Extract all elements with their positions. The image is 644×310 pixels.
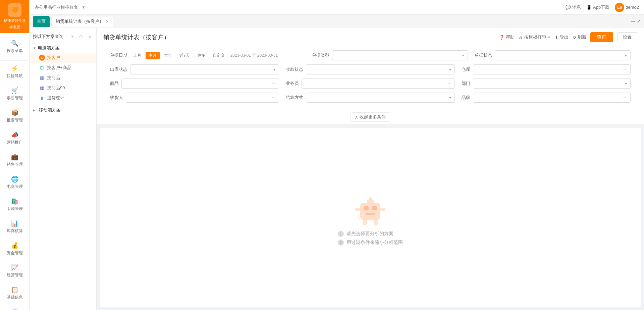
sidebar-item-purchase[interactable]: 🛍️ 采购管理 xyxy=(0,194,29,216)
scheme-item-label-by-goods: 按商品 xyxy=(47,75,60,81)
page-title: 销货单统计表（按客户） xyxy=(103,33,170,41)
doc-type-label: 单据类型 xyxy=(312,52,329,58)
scheme-item-label-by-goods-99: 按商品99 xyxy=(47,85,65,91)
doc-type-dropdown-icon: ▼ xyxy=(462,54,465,57)
mobile-group-header[interactable]: ▶ 移动端方案 xyxy=(33,105,93,115)
svg-rect-0 xyxy=(360,203,380,220)
edit-scheme-button[interactable]: ⊙ xyxy=(77,33,84,40)
logo-area: 🧡 畅捷通好生意 标准版 xyxy=(0,0,29,33)
collapse-scheme-button[interactable]: « xyxy=(86,33,93,40)
tab-home[interactable]: 首页 xyxy=(33,16,50,27)
sidebar-label-operation: 经营管理 xyxy=(7,272,23,278)
receipt-status-input[interactable]: ▼ xyxy=(306,64,455,74)
out-status-input[interactable]: ▼ xyxy=(130,64,279,74)
scheme-item-by-customer[interactable]: ● 按客户 xyxy=(30,53,96,63)
maximize-icon: ⤢ xyxy=(637,19,641,24)
purchase-icon: 🛍️ xyxy=(11,198,18,205)
scheme-item-customer-goods[interactable]: ⊞ 按客户+商品 xyxy=(30,63,96,73)
doc-status-input[interactable]: ▼ xyxy=(495,50,631,60)
goods-ellipsis-icon: ··· xyxy=(272,81,276,87)
warehouse-input[interactable]: ··· xyxy=(473,64,631,74)
date-tab-this-year[interactable]: 本年 xyxy=(161,52,175,59)
sidebar-item-basic[interactable]: 📋 基础信息 xyxy=(0,282,29,304)
tip-num-2: 2 xyxy=(338,240,344,246)
sidebar-item-retail[interactable]: 🛒 零售管理 xyxy=(0,83,29,105)
goods-input[interactable]: ··· xyxy=(121,79,279,89)
sidebar-item-shortcut[interactable]: ⚡ 快捷导航 xyxy=(0,61,29,83)
sidebar-search-label: 搜索菜单 xyxy=(7,48,23,54)
app-subtitle: 标准版 xyxy=(9,24,20,30)
sidebar-label-purchase: 采购管理 xyxy=(7,206,23,212)
receiver-label: 收货人 xyxy=(110,95,123,101)
scheme-item-icon-active: ● xyxy=(39,55,45,61)
sidebar-item-sales[interactable]: 💼 销售管理 xyxy=(0,149,29,171)
scheme-item-by-goods[interactable]: ▦ 按商品 xyxy=(30,73,96,83)
scheme-item-by-goods-99[interactable]: ▦ 按商品99 xyxy=(30,83,96,93)
doc-status-dropdown-icon: ▼ xyxy=(624,54,628,57)
date-range-display: 2023-03-01 至 2023-03-31 xyxy=(230,53,278,58)
svg-rect-8 xyxy=(363,219,367,225)
sidebar: 🧡 畅捷通好生意 标准版 🔍 搜索菜单 ⚡ 快捷导航 🛒 零售管理 📦 批发管理… xyxy=(0,0,30,310)
settle-method-input[interactable]: ▼ xyxy=(306,93,455,103)
sidebar-item-system[interactable]: ⚙️ 系统管理 xyxy=(0,304,29,310)
refresh-icon: ↺ xyxy=(573,35,576,40)
tab-close-icon[interactable]: ✕ xyxy=(106,19,109,24)
message-button[interactable]: 💬 消息 xyxy=(566,4,581,10)
empty-tip-1: 1 请先选择要分析的方案 xyxy=(338,231,403,237)
date-tab-last-month[interactable]: 上月 xyxy=(130,52,144,59)
dept-input[interactable]: ▼ xyxy=(473,79,631,89)
svg-rect-6 xyxy=(355,208,360,211)
doc-type-input[interactable]: ▼ xyxy=(332,50,468,60)
svg-rect-2 xyxy=(372,206,377,210)
sidebar-item-finance[interactable]: 💰 资金管理 xyxy=(0,238,29,260)
sidebar-item-search[interactable]: 🔍 搜索菜单 xyxy=(2,36,28,58)
scheme-item-return-stat[interactable]: ▮ 退货统计 xyxy=(30,93,96,103)
export-label: 导出 xyxy=(560,34,569,40)
refresh-button[interactable]: ↺ 刷新 xyxy=(573,34,586,40)
sidebar-item-marketing[interactable]: 📣 营销推广 xyxy=(0,127,29,149)
tab-sales-stat[interactable]: 销货单统计表（按客户） ✕ xyxy=(51,16,113,27)
sidebar-label-sales: 销售管理 xyxy=(7,162,23,167)
template-print-label: 按模板打印 xyxy=(524,34,546,40)
help-button[interactable]: ❓ 帮助 xyxy=(499,34,515,40)
brand-input[interactable]: ··· xyxy=(473,93,631,103)
desktop-group-header[interactable]: ▼ 电脑端方案 xyxy=(30,43,96,53)
out-status-label: 出库状态 xyxy=(110,66,127,72)
sidebar-item-wholesale[interactable]: 📦 批发管理 xyxy=(0,105,29,127)
sidebar-search-area: 🔍 搜索菜单 xyxy=(0,33,29,61)
receiver-input[interactable]: ··· xyxy=(126,93,279,103)
avatar: Ea xyxy=(615,3,624,12)
collapse-conditions-button[interactable]: ∧ 收起更多条件 xyxy=(351,112,390,122)
operation-icon: 📈 xyxy=(11,264,18,271)
date-tab-custom[interactable]: 自定义 xyxy=(210,52,228,59)
scheme-panel-title: 按以下方案查询 xyxy=(33,34,63,40)
app-download-button[interactable]: 📱 App下载 xyxy=(586,4,609,10)
export-icon: ⬇ xyxy=(555,35,558,40)
svg-point-5 xyxy=(369,197,372,201)
staff-input[interactable]: ··· xyxy=(302,79,455,89)
date-label: 单据日期 xyxy=(110,52,127,58)
sidebar-item-ecom[interactable]: 🌐 电商管理 xyxy=(0,171,29,194)
template-print-button[interactable]: 🖨 按模板打印 ▼ xyxy=(519,34,551,40)
brand-label: 品牌 xyxy=(462,95,470,101)
user-area[interactable]: Ea demo2 xyxy=(615,3,639,12)
tab-minimize-button[interactable]: — xyxy=(631,19,635,24)
scheme-panel-actions: ＋ ⊙ « xyxy=(69,33,93,40)
tab-maximize-button[interactable]: ⤢ xyxy=(637,19,641,24)
date-tab-7days[interactable]: 近7天 xyxy=(176,52,193,59)
receipt-status-label: 收款状态 xyxy=(286,66,303,72)
filter-row-4: 收货人 ··· 结算方式 ▼ xyxy=(110,93,631,103)
date-tab-this-month[interactable]: 本月 xyxy=(146,52,160,59)
report-title-row: 销货单统计表（按客户） ❓ 帮助 🖨 按模板打印 ▼ ⬇ xyxy=(103,32,637,42)
sidebar-item-inventory[interactable]: 📊 库存核算 xyxy=(0,216,29,238)
sidebar-item-operation[interactable]: 📈 经营管理 xyxy=(0,260,29,282)
export-button[interactable]: ⬇ 导出 xyxy=(555,34,569,40)
add-scheme-button[interactable]: ＋ xyxy=(69,33,75,40)
collapse-icon: ∧ xyxy=(355,115,358,120)
date-filter: 上月 本月 本年 近7天 更多 自定义 2023-03-01 至 2023-03… xyxy=(130,52,305,59)
dept-dropdown-icon: ▼ xyxy=(624,82,628,86)
date-tab-more[interactable]: 更多 xyxy=(194,52,208,59)
settings-button[interactable]: 设置 xyxy=(617,32,637,42)
svg-rect-9 xyxy=(374,219,378,225)
query-button[interactable]: 查询 xyxy=(590,32,613,42)
